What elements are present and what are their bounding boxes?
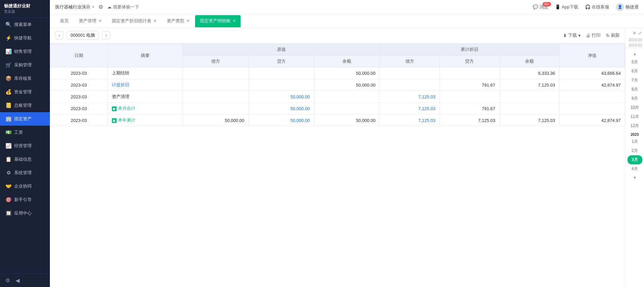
experience-button[interactable]: ☁ 我要体验一下 bbox=[107, 4, 139, 10]
chart-icon: 📊 bbox=[5, 49, 11, 55]
tab-asset-mgmt-label: 资产管理 bbox=[79, 18, 96, 24]
month-item[interactable]: 2月 bbox=[627, 146, 642, 155]
sidebar-bottom: ⚙ ◀ bbox=[0, 274, 50, 287]
panel-nav: ✕ ⤢ bbox=[625, 29, 644, 37]
sidebar-item-salary[interactable]: 💵 工资 bbox=[0, 126, 50, 139]
month-item[interactable]: 6月 bbox=[627, 67, 642, 76]
col-header-summary: 摘要 bbox=[108, 44, 183, 67]
table-row: 2023-03 计提折旧 50,000.00 791.67 7,125.03 4… bbox=[50, 79, 625, 91]
sidebar-item-quick-nav[interactable]: ⚡ 快捷导航 bbox=[0, 31, 50, 45]
sidebar-item-operations[interactable]: 📈 经营管理 bbox=[0, 139, 50, 153]
sidebar-item-funds[interactable]: 💰 资金管理 bbox=[0, 85, 50, 99]
refresh-label: 刷新 bbox=[611, 32, 620, 38]
avatar: 👤 bbox=[616, 3, 624, 11]
col-sub-orig-balance: 余额 bbox=[314, 56, 380, 67]
company-selector[interactable]: 医疗器械行业演示 ▾ bbox=[55, 4, 94, 10]
row-dep-credit: 791.67 bbox=[439, 103, 499, 115]
col-sub-dep-credit: 贷方 bbox=[439, 56, 499, 67]
sidebar-item-guide[interactable]: 🎯 新手引导 bbox=[0, 193, 50, 206]
month-item[interactable]: 7月 bbox=[627, 76, 642, 85]
sidebar-item-cooperation[interactable]: 🤝 企业协同 bbox=[0, 180, 50, 193]
panel-expand-icon[interactable]: ⤢ bbox=[638, 30, 642, 36]
company-name: 医疗器械行业演示 bbox=[55, 4, 90, 10]
row-dep-balance bbox=[499, 103, 559, 115]
row-date: 2023-03 bbox=[50, 115, 108, 126]
logo-title: 畅捷通好业财 bbox=[4, 3, 46, 9]
online-service-action[interactable]: 🎧 在线客服 bbox=[585, 4, 609, 10]
search-icon: 🔍 bbox=[5, 22, 11, 28]
tab-home[interactable]: 首页 bbox=[55, 15, 73, 27]
sidebar-item-label: 经营管理 bbox=[14, 143, 32, 149]
sidebar-item-sales[interactable]: 📊 销售管理 bbox=[0, 45, 50, 58]
panel-down-arrow[interactable]: ▼ bbox=[631, 173, 639, 182]
toolbar-left: ‹ 000001 电脑 › bbox=[55, 31, 110, 40]
user-name: 畅捷通 bbox=[625, 4, 639, 10]
prev-asset-button[interactable]: ‹ bbox=[55, 31, 63, 39]
logo-sub: 普及版 bbox=[4, 9, 46, 14]
month-item[interactable]: 1月 bbox=[627, 137, 642, 146]
settings-bottom-icon[interactable]: ⚙ bbox=[5, 277, 10, 284]
download-button[interactable]: ⬇ 下载 ▾ bbox=[563, 32, 581, 38]
tab-bar: 首页 资产管理 ✕ 固定资产折旧统计表 ✕ 资产类型 ✕ 固定资产明细账 ✕ bbox=[50, 14, 644, 28]
collapse-sidebar-icon[interactable]: ◀ bbox=[16, 277, 20, 284]
month-item[interactable]: 10月 bbox=[627, 103, 642, 112]
col-header-net-value: 净值 bbox=[559, 44, 625, 67]
row-dep-credit: 791.67 bbox=[439, 79, 499, 91]
panel-up-arrow[interactable]: ▲ bbox=[631, 50, 639, 58]
sidebar-item-inventory[interactable]: 📦 库存核算 bbox=[0, 72, 50, 85]
tab-depreciation-stat[interactable]: 固定资产折旧统计表 ✕ bbox=[107, 15, 161, 27]
sidebar-item-label: 应用中心 bbox=[14, 210, 32, 216]
sidebar-item-search[interactable]: 🔍 搜索菜单 bbox=[0, 18, 50, 31]
row-dep-debit: 7,125.03 bbox=[380, 91, 440, 103]
ops-icon: 📈 bbox=[5, 143, 11, 149]
tab-asset-mgmt[interactable]: 资产管理 ✕ bbox=[74, 15, 106, 27]
sidebar-item-fixed-assets[interactable]: 🏢 固定资产 bbox=[0, 112, 50, 126]
col-sub-orig-credit: 贷方 bbox=[248, 56, 314, 67]
sidebar-item-purchase[interactable]: 🛒 采购管理 bbox=[0, 58, 50, 72]
user-avatar-action[interactable]: 👤 畅捷通 bbox=[616, 3, 639, 11]
row-dep-balance: 7,125.03 bbox=[499, 79, 559, 91]
sidebar-item-app-center[interactable]: 🔲 应用中心 bbox=[0, 206, 50, 220]
row-dep-balance: 7,125.03 bbox=[499, 115, 559, 126]
messages-action[interactable]: 💬 消息 99+ bbox=[533, 4, 548, 10]
row-summary: 上期结转 bbox=[108, 67, 183, 79]
sidebar-item-ledger[interactable]: 📒 总账管理 bbox=[0, 99, 50, 112]
tab-close-icon[interactable]: ✕ bbox=[186, 19, 190, 23]
row-orig-balance bbox=[314, 91, 380, 103]
sidebar-item-label: 采购管理 bbox=[14, 62, 32, 68]
row-summary[interactable]: 计提折旧 bbox=[108, 79, 183, 91]
header-settings-icon[interactable]: ⚙ bbox=[98, 4, 103, 10]
month-item[interactable]: 9月 bbox=[627, 94, 642, 103]
tab-close-icon[interactable]: ✕ bbox=[153, 19, 157, 23]
sidebar: 畅捷通好业财 普及版 🔍 搜索菜单 ⚡ 快捷导航 📊 销售管理 🛒 采购管理 📦… bbox=[0, 0, 50, 287]
sidebar-item-label: 总账管理 bbox=[14, 102, 32, 108]
month-item[interactable]: 4月 bbox=[627, 164, 642, 173]
sidebar-item-system[interactable]: ⚙ 系统管理 bbox=[0, 166, 50, 180]
month-item[interactable]: 8月 bbox=[627, 85, 642, 94]
sidebar-item-label: 企业协同 bbox=[14, 183, 32, 189]
panel-close-icon[interactable]: ✕ bbox=[633, 30, 637, 36]
row-orig-credit: 50,000.00 bbox=[248, 115, 314, 126]
sidebar-item-basic-info[interactable]: 📋 基础信息 bbox=[0, 153, 50, 166]
print-button[interactable]: 🖨 打印 bbox=[586, 32, 601, 38]
tab-close-icon[interactable]: ✕ bbox=[233, 19, 236, 23]
tab-asset-detail[interactable]: 固定资产明细账 ✕ bbox=[195, 15, 241, 27]
refresh-button[interactable]: ↻ 刷新 bbox=[606, 32, 620, 38]
salary-icon: 💵 bbox=[5, 129, 11, 135]
tab-asset-type[interactable]: 资产类型 ✕ bbox=[162, 15, 194, 27]
tab-close-icon[interactable]: ✕ bbox=[98, 19, 102, 23]
col-sub-dep-debit: 借方 bbox=[380, 56, 440, 67]
month-item[interactable]: 12月 bbox=[627, 121, 642, 130]
book-icon: 📒 bbox=[5, 102, 11, 108]
month-item[interactable]: 3月 bbox=[627, 155, 642, 164]
sidebar-item-label: 固定资产 bbox=[14, 116, 32, 122]
month-item[interactable]: 11月 bbox=[627, 112, 642, 121]
month-item[interactable]: 5月 bbox=[627, 58, 642, 67]
next-asset-button[interactable]: › bbox=[102, 31, 110, 39]
tab-asset-detail-label: 固定资产明细账 bbox=[200, 18, 231, 24]
sidebar-item-label: 快捷导航 bbox=[14, 35, 32, 41]
asset-detail-table: 日期 摘要 原值 累计折旧 净值 借方 贷方 余额 借方 贷方 余额 bbox=[50, 43, 625, 126]
row-net-value bbox=[559, 103, 625, 115]
app-download-action[interactable]: 📱 App下载 bbox=[555, 4, 578, 10]
table-row: 2023-03 ▣本年累计 50,000.00 50,000.00 50,000… bbox=[50, 115, 625, 126]
